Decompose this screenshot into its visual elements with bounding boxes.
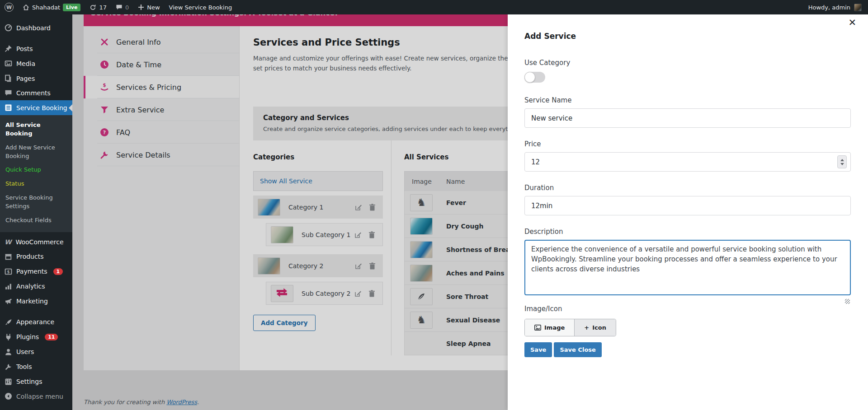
collapse-menu-button[interactable]: Collapse menu	[0, 389, 72, 404]
submenu-add-new-service-booking[interactable]: Add New Service Booking	[0, 141, 72, 163]
resize-handle[interactable]	[845, 299, 850, 304]
submenu-all-service-booking[interactable]: All Service Booking	[0, 118, 72, 141]
analytics-icon	[5, 283, 12, 290]
price-input[interactable]	[524, 152, 851, 172]
sidebar-item-label: Service Booking	[16, 104, 67, 112]
description-textarea[interactable]: Experience the convenience of a versatil…	[524, 240, 851, 295]
sidebar-item-label: Pages	[16, 75, 35, 82]
stepper-up-icon	[840, 159, 844, 161]
sidebar-item-label: Analytics	[16, 283, 45, 290]
drawer-title: Add Service	[524, 32, 851, 41]
wordpress-logo[interactable]: W	[0, 0, 18, 14]
svg-text:$: $	[7, 269, 10, 274]
close-drawer-button[interactable]: ✕	[848, 17, 856, 28]
number-stepper[interactable]	[837, 155, 847, 168]
sidebar-item-label: Media	[16, 60, 35, 67]
icon-button-label: Icon	[592, 324, 606, 331]
image-button[interactable]: Image	[525, 319, 574, 336]
howdy-label[interactable]: Howdy, admin	[808, 4, 850, 11]
use-category-label: Use Category	[524, 59, 851, 67]
sidebar-item-label: Marketing	[16, 298, 48, 305]
plus-icon	[138, 4, 144, 10]
media-icon	[5, 60, 12, 67]
image-icon	[534, 325, 541, 331]
comments-link[interactable]: 0	[111, 0, 133, 14]
sidebar-item-service-booking[interactable]: Service Booking	[0, 100, 72, 115]
duration-label: Duration	[524, 184, 851, 192]
service-name-label: Service Name	[524, 96, 851, 104]
sidebar-item-label: Dashboard	[16, 24, 51, 32]
submenu-checkout-fields[interactable]: Checkout Fields	[0, 214, 72, 228]
sidebar-item-label: Collapse menu	[16, 393, 63, 400]
sidebar-item-label: Plugins	[16, 333, 39, 340]
sidebar-item-analytics[interactable]: Analytics	[0, 279, 72, 294]
view-site-link[interactable]: View Service Booking	[165, 0, 237, 14]
admin-bar: W Shahadat Live 17 0 New View Service Bo…	[0, 0, 868, 14]
update-count: 17	[99, 4, 107, 11]
sidebar-item-media[interactable]: Media	[0, 56, 72, 71]
icon-button[interactable]: + Icon	[574, 319, 616, 336]
sidebar-item-comments[interactable]: Comments	[0, 86, 72, 100]
duration-input[interactable]	[524, 196, 851, 215]
view-site-label: View Service Booking	[169, 4, 232, 11]
sidebar-item-label: WooCommerce	[15, 238, 63, 246]
live-badge: Live	[63, 4, 80, 11]
image-button-label: Image	[544, 324, 565, 331]
pushpin-icon	[5, 45, 12, 52]
comment-icon	[5, 89, 12, 97]
admin-sidebar: Dashboard Posts Media Pages Comments Ser…	[0, 14, 72, 410]
site-name: Shahadat	[32, 4, 60, 11]
avatar[interactable]	[854, 4, 862, 11]
submenu-status[interactable]: Status	[0, 177, 72, 191]
products-icon	[5, 253, 12, 261]
updates-link[interactable]: 17	[85, 0, 111, 14]
toggle-knob	[524, 72, 535, 83]
sidebar-item-pages[interactable]: Pages	[0, 71, 72, 86]
payments-icon: $	[5, 268, 12, 275]
user-icon	[5, 348, 12, 356]
sidebar-item-payments[interactable]: $ Payments 1	[0, 264, 72, 279]
sidebar-item-tools[interactable]: Tools	[0, 359, 72, 374]
sidebar-item-label: Posts	[16, 45, 33, 52]
sidebar-item-posts[interactable]: Posts	[0, 41, 72, 56]
add-service-drawer: ✕ Add Service Use Category Service Name …	[508, 14, 868, 410]
sidebar-item-label: Tools	[16, 363, 32, 370]
plugins-badge: 11	[45, 334, 58, 340]
service-name-input[interactable]	[524, 108, 851, 128]
comment-count: 0	[125, 4, 129, 11]
submenu-service-booking-settings[interactable]: Service Booking Settings	[0, 191, 72, 214]
sidebar-item-marketing[interactable]: Marketing	[0, 294, 72, 309]
image-icon-button-group: Image + Icon	[524, 319, 616, 336]
sidebar-item-appearance[interactable]: Appearance	[0, 315, 72, 330]
sidebar-item-products[interactable]: Products	[0, 249, 72, 264]
sidebar-item-label: Users	[16, 348, 34, 355]
wrench-icon	[5, 363, 12, 371]
wordpress-logo-icon: W	[5, 3, 14, 12]
price-label: Price	[524, 140, 851, 148]
sidebar-item-woocommerce[interactable]: W WooCommerce	[0, 235, 72, 249]
sidebar-item-users[interactable]: Users	[0, 345, 72, 359]
new-content-link[interactable]: New	[133, 0, 164, 14]
pages-icon	[5, 75, 12, 82]
save-button[interactable]: Save	[524, 342, 552, 357]
sidebar-item-settings[interactable]: Settings	[0, 374, 72, 389]
megaphone-icon	[5, 298, 12, 305]
sidebar-item-dashboard[interactable]: Dashboard	[0, 20, 72, 35]
brush-icon	[5, 318, 12, 326]
updates-icon	[90, 4, 96, 11]
settings-icon	[5, 378, 12, 386]
save-close-button[interactable]: Save Close	[554, 342, 601, 357]
sidebar-item-label: Appearance	[16, 318, 54, 326]
sidebar-item-plugins[interactable]: Plugins 11	[0, 330, 72, 345]
service-booking-icon	[5, 104, 12, 112]
plus-icon: +	[584, 324, 589, 331]
woocommerce-icon: W	[5, 238, 11, 246]
plugin-icon	[5, 333, 12, 341]
payments-badge: 1	[53, 268, 63, 275]
description-label: Description	[524, 228, 851, 236]
use-category-toggle[interactable]	[524, 72, 545, 83]
submenu-quick-setup[interactable]: Quick Setup	[0, 163, 72, 177]
home-icon	[23, 4, 29, 11]
dashboard-icon	[5, 24, 12, 32]
site-name-link[interactable]: Shahadat Live	[18, 0, 85, 14]
